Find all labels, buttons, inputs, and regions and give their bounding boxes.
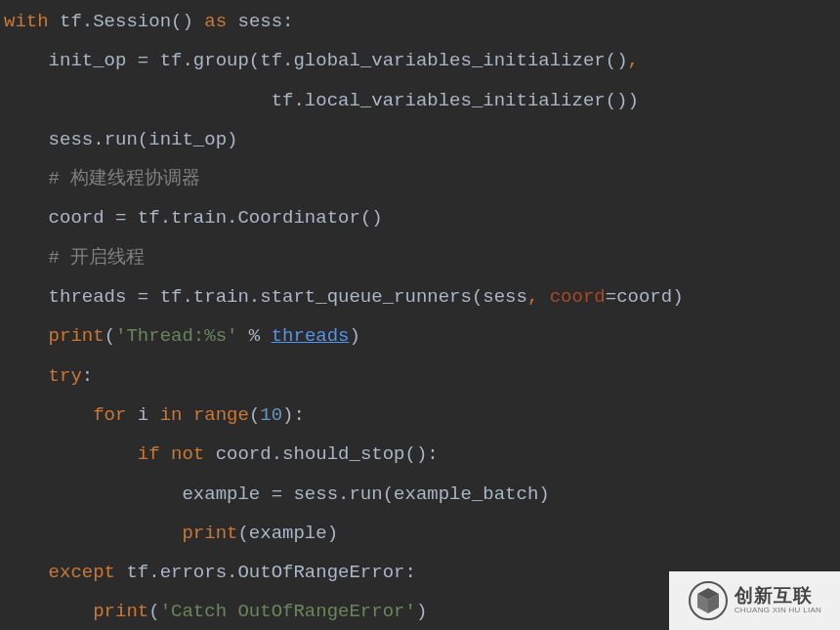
keyword-not: not xyxy=(171,443,204,465)
watermark-cn: 创新互联 xyxy=(735,586,821,607)
code-line-8: threads = tf.train.start_queue_runners(s… xyxy=(0,277,840,316)
link-threads[interactable]: threads xyxy=(272,325,350,347)
code-line-5: # 构建线程协调器 xyxy=(0,159,840,198)
code-line-7: # 开启线程 xyxy=(0,238,840,277)
keyword-if: if xyxy=(138,443,160,465)
keyword-for: for xyxy=(93,404,126,426)
watermark-icon xyxy=(688,580,729,621)
keyword-as: as xyxy=(204,11,227,32)
keyword-print: print xyxy=(182,523,237,544)
keyword-arg-coord: coord xyxy=(550,286,606,308)
code-line-4: sess.run(init_op) xyxy=(0,120,840,159)
code-line-11: for i in range(10): xyxy=(0,396,840,435)
watermark-logo: 创新互联 CHUANG XIN HU LIAN xyxy=(669,571,840,630)
keyword-try: try xyxy=(49,365,82,387)
comment: # 构建线程协调器 xyxy=(49,168,201,189)
code-line-3: tf.local_variables_initializer()) xyxy=(0,81,840,120)
watermark-en: CHUANG XIN HU LIAN xyxy=(735,607,821,615)
number-literal: 10 xyxy=(260,404,282,426)
keyword-in: in xyxy=(160,404,183,426)
code-line-13: example = sess.run(example_batch) xyxy=(0,475,840,514)
code-line-2: init_op = tf.group(tf.global_variables_i… xyxy=(0,41,840,80)
keyword-except: except xyxy=(49,562,115,583)
keyword-with: with xyxy=(4,11,49,32)
code-line-12: if not coord.should_stop(): xyxy=(0,435,840,474)
comment: # 开启线程 xyxy=(49,247,146,269)
string-literal: 'Thread:%s' xyxy=(115,325,237,347)
watermark-text: 创新互联 CHUANG XIN HU LIAN xyxy=(735,586,821,615)
keyword-print: print xyxy=(49,325,105,347)
code-line-10: try: xyxy=(0,357,840,396)
string-literal: 'Catch OutOfRangeError' xyxy=(160,601,416,622)
code-line-6: coord = tf.train.Coordinator() xyxy=(0,198,840,237)
code-line-1: with tf.Session() as sess: xyxy=(0,2,840,41)
keyword-print: print xyxy=(93,601,148,622)
code-line-9: print('Thread:%s' % threads) xyxy=(0,316,840,356)
code-line-14: print(example) xyxy=(0,514,840,553)
